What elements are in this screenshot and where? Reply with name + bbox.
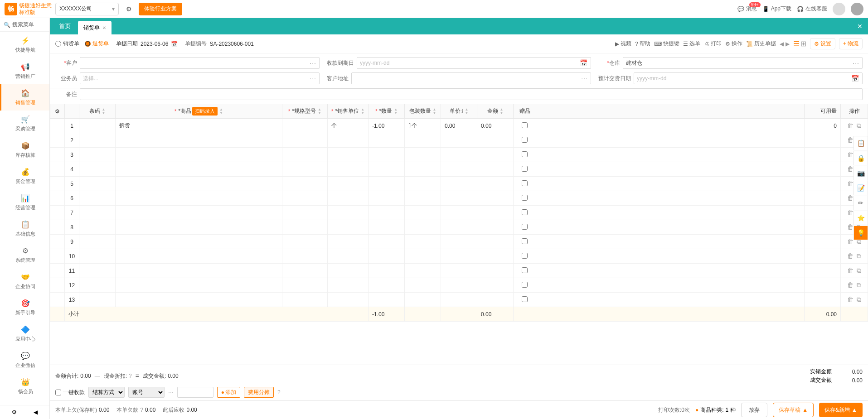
trial-button[interactable]: 体验行业方案 (139, 3, 182, 15)
help-btn[interactable]: ? 帮助 (635, 40, 650, 48)
delete-icon-12[interactable]: 🗑 (846, 296, 854, 303)
row-qty-5[interactable] (369, 191, 405, 206)
add-button[interactable]: ● 添加 (217, 387, 240, 398)
row-spec-12[interactable] (282, 293, 327, 307)
row-qty-1[interactable] (369, 133, 405, 148)
row-product-3[interactable] (116, 162, 282, 177)
row-pkgqty-0[interactable]: 1个 (405, 119, 441, 133)
row-amount-6[interactable] (477, 206, 514, 220)
row-barcode-5[interactable] (79, 191, 116, 206)
row-amount-7[interactable] (477, 220, 514, 235)
copy-icon-11[interactable]: ⧉ (856, 281, 862, 289)
row-amount-11[interactable] (477, 278, 514, 293)
due-date-input[interactable]: yyyy-mm-dd 📅 (357, 57, 591, 69)
sidebar-item-marketing[interactable]: 📢 营销推广 (0, 58, 49, 84)
row-pkgqty-7[interactable] (405, 220, 441, 235)
message-btn[interactable]: 💬 消息 99+ (737, 5, 757, 13)
row-product-7[interactable] (116, 220, 282, 235)
row-gift-0[interactable] (514, 119, 536, 133)
chevron-up-icon[interactable]: ▲ (802, 407, 808, 413)
float-btn-2[interactable]: 🔒 (853, 151, 868, 165)
sort-icon[interactable]: ▲▼ (500, 108, 504, 115)
row-price-4[interactable] (441, 177, 477, 191)
row-price-8[interactable] (441, 235, 477, 249)
chevron-up-icon[interactable]: ▲ (852, 407, 857, 413)
customer-addr-input[interactable]: ··· (351, 72, 591, 84)
online-service-btn[interactable]: 🎧 在线客服 (797, 5, 827, 13)
sidebar-item-quick-nav[interactable]: ⚡ 快捷导航 (0, 32, 49, 58)
row-pkgqty-10[interactable] (405, 264, 441, 278)
sort-icon[interactable]: ▲▼ (219, 108, 223, 115)
row-amount-4[interactable] (477, 177, 514, 191)
row-price-9[interactable] (441, 249, 477, 264)
row-amount-0[interactable]: 0.00 (477, 119, 514, 133)
sort-icon[interactable]: ▲▼ (361, 108, 364, 115)
row-spec-4[interactable] (282, 177, 327, 191)
row-amount-1[interactable] (477, 133, 514, 148)
row-pkgqty-2[interactable] (405, 148, 441, 162)
row-gift-11[interactable] (514, 278, 536, 293)
list-view-icon[interactable]: ☰ (793, 39, 800, 48)
sidebar-item-purchase[interactable]: 🛒 采购管理 (0, 111, 49, 137)
row-gift-3[interactable] (514, 162, 536, 177)
radio-sale[interactable]: 销货单 (55, 40, 79, 48)
row-price-7[interactable] (441, 220, 477, 235)
float-btn-6[interactable]: ⭐ (853, 211, 868, 225)
row-price-6[interactable] (441, 206, 477, 220)
row-barcode-3[interactable] (79, 162, 116, 177)
row-amount-2[interactable] (477, 148, 514, 162)
row-spec-5[interactable] (282, 191, 327, 206)
row-amount-3[interactable] (477, 162, 514, 177)
sort-icon[interactable]: ▲▼ (394, 108, 398, 115)
row-barcode-0[interactable] (79, 119, 116, 133)
row-qty-11[interactable] (369, 278, 405, 293)
tab-home[interactable]: 首页 (52, 18, 78, 34)
history-btn[interactable]: 📜 历史单据 (746, 40, 776, 48)
tab-sale-order[interactable]: 销货单 ✕ (78, 21, 112, 34)
row-unit-9[interactable] (327, 249, 368, 264)
float-btn-4[interactable]: 📝 (853, 181, 868, 195)
print-btn[interactable]: 🖨 打印 (704, 40, 722, 48)
row-qty-9[interactable] (369, 249, 405, 264)
sidebar-item-member[interactable]: 👑 畅会员 (0, 373, 49, 400)
sidebar-item-wechat[interactable]: 💬 企业微信 (0, 347, 49, 373)
row-product-5[interactable] (116, 191, 282, 206)
amount-input[interactable] (177, 387, 213, 398)
row-gift-7[interactable] (514, 220, 536, 235)
row-unit-8[interactable] (327, 235, 368, 249)
calendar-icon[interactable]: 📅 (171, 41, 178, 47)
copy-icon-10[interactable]: ⧉ (856, 267, 862, 274)
collapse-icon[interactable]: ◀ (34, 409, 38, 415)
tab-close-icon[interactable]: ✕ (102, 25, 106, 30)
account-select[interactable]: 账号 (128, 387, 165, 398)
operation-btn[interactable]: ⚙ 操作 (725, 40, 742, 48)
row-unit-10[interactable] (327, 264, 368, 278)
account-dots[interactable]: ··· (168, 389, 174, 396)
save-new-button[interactable]: 保存&新增 ▲ (819, 403, 863, 417)
shortcut-btn[interactable]: ⌨ 快捷键 (654, 40, 679, 48)
row-gift-4[interactable] (514, 177, 536, 191)
row-spec-9[interactable] (282, 249, 327, 264)
row-qty-3[interactable] (369, 162, 405, 177)
row-amount-8[interactable] (477, 235, 514, 249)
settlement-select[interactable]: 结算方式 (88, 387, 125, 398)
row-barcode-8[interactable] (79, 235, 116, 249)
delete-icon-11[interactable]: 🗑 (846, 281, 854, 289)
one-key-payment-label[interactable]: 一键收款 (55, 389, 85, 396)
video-btn[interactable]: ▶ 视频 (615, 40, 631, 48)
row-unit-6[interactable] (327, 206, 368, 220)
float-btn-7[interactable]: 💡 (853, 226, 868, 240)
row-pkgqty-9[interactable] (405, 249, 441, 264)
sort-icon[interactable]: ▲▼ (318, 108, 321, 115)
row-product-12[interactable] (116, 293, 282, 307)
row-barcode-2[interactable] (79, 148, 116, 162)
row-spec-8[interactable] (282, 235, 327, 249)
row-amount-12[interactable] (477, 293, 514, 307)
select-btn[interactable]: ☰ 选单 (683, 40, 700, 48)
delete-icon-0[interactable]: 🗑 (846, 122, 854, 129)
help-icon[interactable]: ? (140, 407, 143, 413)
row-barcode-7[interactable] (79, 220, 116, 235)
row-price-10[interactable] (441, 264, 477, 278)
row-unit-1[interactable] (327, 133, 368, 148)
row-spec-2[interactable] (282, 148, 327, 162)
